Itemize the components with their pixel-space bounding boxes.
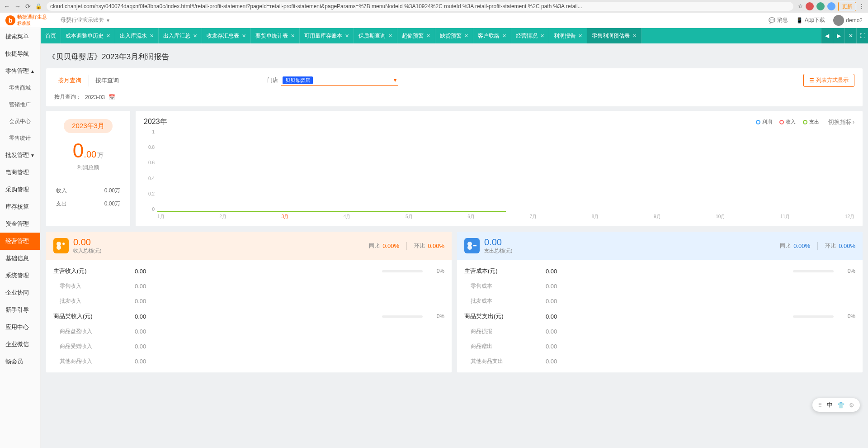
sidebar-item-10[interactable]: 库存核算 [0,198,40,215]
list-view-button[interactable]: ☰ 列表方式显示 [803,74,854,87]
x-tick: 3月 [282,214,289,220]
sidebar-item-8[interactable]: 电商管理 [0,164,40,181]
floating-ime-widget[interactable]: ⠿ 中 👕 ⚙ [812,398,860,412]
x-tick: 9月 [654,214,661,220]
menu-icon[interactable]: ⋮ [859,3,864,10]
tab-12[interactable]: 利润报告✕ [549,28,587,43]
sidebar-item-19[interactable]: 畅会员 [0,353,40,370]
tab-10[interactable]: 客户联络✕ [473,28,511,43]
tab-close-icon[interactable]: ✕ [291,33,295,39]
sidebar-item-12[interactable]: 经营管理 [0,233,40,250]
lang-label: 中 [827,401,833,409]
tab-close-icon[interactable]: ✕ [242,33,246,39]
tabs-close-all[interactable]: ✕ [844,28,856,43]
income-card: 0.00 收入总额(元) 同比0.00% 环比0.00% 主营收入(元)0.00… [46,232,452,372]
tab-4[interactable]: 收发存汇总表✕ [202,28,251,43]
tab-9[interactable]: 缺货预警✕ [435,28,473,43]
tab-3[interactable]: 出入库汇总✕ [159,28,202,43]
tab-7[interactable]: 保质期查询✕ [354,28,397,43]
tab-close-icon[interactable]: ✕ [540,33,544,39]
ext-icon-1[interactable] [806,2,814,10]
settings-icon[interactable]: ⚙ [849,402,854,409]
tab-close-icon[interactable]: ✕ [426,33,430,39]
legend-item[interactable]: 收入 [779,119,796,125]
sidebar-item-7[interactable]: 批发管理▼ [0,147,40,164]
store-input[interactable]: 贝贝母婴店 ▾ [281,76,398,86]
shirt-icon[interactable]: 👕 [837,402,844,409]
tab-close-icon[interactable]: ✕ [388,33,392,39]
tabs-scroll-left[interactable]: ◀ [821,28,833,43]
url-bar[interactable]: cloud.chanjet.com/hsy/040074daqxnf0fe3bn… [47,2,793,11]
detail-row: 零售收入0.00 [53,279,444,294]
tab-0[interactable]: 首页 [41,28,61,43]
filter-bar: 按月查询 按年查询 门店 贝贝母婴店 ▾ ☰ 列表方式显示 [46,68,863,106]
sidebar-item-0[interactable]: 搜索菜单 [0,28,40,45]
sidebar-item-4[interactable]: 营销推广 [0,96,40,113]
legend-item[interactable]: 利润 [756,119,772,125]
tab-close-icon[interactable]: ✕ [502,33,506,39]
tab-close-icon[interactable]: ✕ [464,33,468,39]
phone-icon: 📱 [796,17,803,24]
tab-close-icon[interactable]: ✕ [632,33,637,39]
tab-2[interactable]: 出入库流水✕ [115,28,159,43]
tab-6[interactable]: 可用量库存账本✕ [300,28,354,43]
tab-close-icon[interactable]: ✕ [193,33,197,39]
chevron-right-icon: › [853,119,854,125]
sidebar-item-3[interactable]: 零售商城 [0,80,40,96]
logo[interactable]: b 畅捷通好生意 标准版 [5,14,47,27]
edition-text: 标准版 [17,20,47,27]
legend-item[interactable]: 支出 [803,119,819,125]
sidebar-item-16[interactable]: 新手引导 [0,301,40,319]
sidebar-item-9[interactable]: 采购管理 [0,181,40,198]
chart-title: 2023年 [144,117,167,127]
income-yoy: 同比0.00% [369,242,399,250]
tabs-fullscreen[interactable]: ⛶ [856,28,868,43]
tab-by-month[interactable]: 按月查询 [54,75,85,86]
ext-icon-3[interactable] [827,2,835,10]
sidebar-item-17[interactable]: 应用中心 [0,319,40,336]
ext-icon-2[interactable] [816,2,825,10]
sidebar-item-5[interactable]: 会员中心 [0,113,40,130]
chart-body: 10.80.60.40.20 1月2月3月4月5月6月7月8月9月10月11月1… [144,129,854,220]
app-download-link[interactable]: 📱App下载 [796,16,825,24]
update-button[interactable]: 更新 [838,2,856,11]
reload-icon[interactable]: ⟳ [25,3,31,10]
tab-1[interactable]: 成本调整单历史✕ [61,28,115,43]
sidebar-item-1[interactable]: 快捷导航 [0,45,40,62]
tab-11[interactable]: 经营情况✕ [511,28,549,43]
sidebar-item-14[interactable]: 系统管理 [0,267,40,284]
back-arrow-icon[interactable]: ← [4,3,10,10]
tab-13[interactable]: 零售利润预估表✕ [587,28,642,43]
tab-close-icon[interactable]: ✕ [150,33,154,39]
content-area: 《贝贝母婴店》2023年3月利润报告 按月查询 按年查询 门店 贝贝母婴店 ▾ [41,43,868,448]
sidebar-item-2[interactable]: 零售管理▲ [0,62,40,80]
x-tick: 1月 [157,214,165,220]
sidebar-item-18[interactable]: 企业微信 [0,336,40,353]
switch-indicator-button[interactable]: 切换指标 › [828,118,854,126]
sidebar-item-13[interactable]: 基础信息 [0,250,40,267]
tab-8[interactable]: 超储预警✕ [397,28,435,43]
tab-close-icon[interactable]: ✕ [345,33,349,39]
tab-5[interactable]: 要货单统计表✕ [251,28,300,43]
sidebar-item-6[interactable]: 零售统计 [0,130,40,147]
tab-close-icon[interactable]: ✕ [578,33,582,39]
account-name: 母婴行业演示账套 [61,16,104,24]
tab-close-icon[interactable]: ✕ [106,33,110,39]
star-icon[interactable]: ☆ [798,3,803,10]
forward-arrow-icon[interactable]: → [14,3,21,10]
tab-by-year[interactable]: 按年查询 [89,75,123,86]
user-menu[interactable]: demo2 [833,15,863,26]
tabs-scroll-right[interactable]: ▶ [833,28,844,43]
sidebar-item-15[interactable]: 企业协同 [0,284,40,301]
calendar-icon[interactable]: 📅 [108,94,115,100]
x-tick: 6月 [467,214,475,220]
browser-chrome: ← → ⟳ 🔒 cloud.chanjet.com/hsy/040074daqx… [0,0,868,13]
sidebar-item-11[interactable]: 资金管理 [0,215,40,233]
messages-link[interactable]: 💬消息 [769,16,788,24]
detail-row: 商品赠出0.00 [464,339,855,354]
x-tick: 10月 [716,214,725,220]
account-select[interactable]: 母婴行业演示账套 ▾ [61,16,109,24]
brand-text: 畅捷通好生意 [17,14,47,20]
summary-card: 2023年3月 0 .00 万 利润总额 收入 0.00万 支出 [46,111,130,226]
month-query-label: 按月查询： [54,93,81,101]
